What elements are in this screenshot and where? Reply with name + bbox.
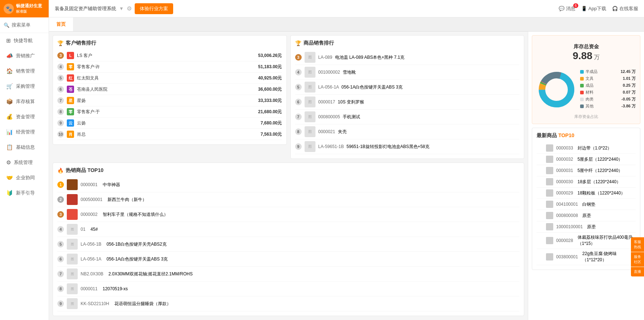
product-thumbnail: [546, 237, 553, 244]
list-item: 6 004100001 白钢垫: [537, 199, 636, 210]
list-item: 5 0000029 18颗粒板（1220*2440）: [537, 188, 636, 199]
product-thumbnail: [546, 201, 553, 208]
rank-item: 8 图 0000021 夹壳: [295, 124, 520, 139]
latest-products-title: 最新商品 TOP10: [537, 132, 636, 139]
logo-badge: 标准版: [16, 9, 42, 14]
search-menu-label: 搜索菜单: [12, 22, 30, 28]
rank-item: 4 零 零售客户·许 51,183.00元: [57, 61, 282, 73]
rank-number: 9: [295, 143, 302, 150]
product-info: LA-089 电池盖 LA-089 ABS本色+黑种 7.1克: [318, 54, 520, 61]
sidebar-item-system[interactable]: ⚙ 系统管理: [0, 155, 49, 170]
inventory-title: 库存总资金: [574, 44, 599, 49]
product-name: 5厘多层（1220*2440）: [578, 156, 623, 163]
product-info: LA-59651-1B 59651-1B旋转投影灯电池盒ABS黑色+58克: [318, 144, 520, 150]
list-item: 3 0000002 智利车子里（规格不知道填什么）: [57, 207, 519, 222]
product-sale-rank-col: 🏆 商品销售排行 3 图 LA-089 电池盖 LA-089 ABS本色+黑种 …: [290, 35, 525, 163]
list-item: 4 0000030 18多层（1220*2440）: [537, 176, 636, 188]
rank-number: 8: [57, 108, 64, 115]
sidebar-label-quick-nav: 快捷导航: [14, 37, 33, 44]
product-thumbnail: [67, 209, 78, 220]
customer-badge: 零: [67, 108, 74, 115]
sidebar-label-company: 企业协同: [16, 175, 35, 181]
app-download-button[interactable]: 📱 App下载: [581, 5, 606, 12]
product-sale-rank-title-text: 商品销售排行: [303, 40, 334, 46]
product-info: LA-056-1A 056-1A白色按键开关盖ABS 3克: [318, 84, 520, 90]
list-item: 2 0000032 5厘多层（1220*2440）: [537, 154, 636, 165]
product-name: 原垄: [582, 213, 591, 219]
try-industry-button[interactable]: 体验行业方案: [135, 3, 173, 14]
latest-products-card: 最新商品 TOP10 1 0000033 封边带（1.0*22） 2 00000…: [532, 128, 640, 270]
sidebar-item-marketing[interactable]: 📣 营销推广: [0, 48, 49, 63]
operation-icon: 📊: [6, 129, 13, 135]
sidebar-label-sales: 销售管理: [16, 68, 35, 74]
company-icon: 🤝: [6, 175, 13, 181]
product-name: 体裁荔枝味苏打饮品400毫升（1*15）: [578, 234, 636, 247]
customer-value: 51,183.00元: [258, 64, 282, 70]
inventory-unit: 万: [594, 54, 600, 60]
online-service-button[interactable]: 🎧 在线客服: [612, 5, 638, 12]
legend-item: 材料 0.07 万: [580, 90, 636, 95]
customer-service-button[interactable]: 客服热线: [631, 237, 644, 252]
rank-number: 4: [57, 63, 64, 70]
product-thumbnail: 图: [305, 97, 315, 107]
rank-number: 4: [537, 179, 543, 185]
hot-products-title-text: 热销商品 TOP10: [66, 167, 103, 174]
sidebar-item-guide[interactable]: 🔰 新手引导: [0, 185, 49, 201]
product-thumbnail: 图: [67, 298, 78, 309]
product-sale-rank-card: 🏆 商品销售排行 3 图 LA-089 电池盖 LA-089 ABS本色+黑种 …: [290, 35, 525, 159]
sidebar-item-basic[interactable]: 📋 基础信息: [0, 140, 49, 155]
purchase-icon: 🛒: [6, 83, 13, 90]
rank-item: 7 图 000800005 手机测试: [295, 110, 520, 124]
rank-number: 1: [537, 145, 543, 151]
product-thumbnail: 图: [67, 268, 78, 279]
rank-item: 3 L LS 客户 53,006.26元: [57, 50, 282, 61]
sidebar-label-basic: 基础信息: [16, 144, 35, 151]
product-thumbnail: [546, 223, 553, 230]
sidebar-label-marketing: 营销推广: [16, 53, 35, 59]
rank-number: 9: [57, 120, 64, 126]
search-menu-button[interactable]: 🔍 搜索菜单: [4, 20, 45, 30]
live-button[interactable]: 直播: [631, 267, 644, 276]
legend-dot: [580, 104, 584, 108]
product-name: 22g鱼豆腐·烧烤味（1*12*20）: [582, 251, 636, 263]
sidebar-item-operation[interactable]: 📊 经营管理: [0, 124, 49, 140]
dropdown-arrow-icon[interactable]: ▼: [119, 6, 124, 11]
sidebar-item-sales[interactable]: 🏠 销售管理: [0, 63, 49, 79]
list-item: 2 000500001 新西兰牛肉（新牛）: [57, 192, 519, 207]
settings-icon[interactable]: ⚙: [127, 5, 132, 12]
phone-icon: 📱: [581, 6, 587, 11]
product-name: 12070519-xs: [103, 286, 128, 291]
list-item: 9 图 KK-SD22110H 花语萌恒温分腿睡袋（厚款）: [57, 296, 519, 311]
rank-item: 3 图 LA-089 电池盖 LA-089 ABS本色+黑种 7.1克: [295, 50, 520, 65]
latest-title-text: 最新商品 TOP10: [537, 132, 574, 139]
rank-number: 7: [295, 114, 302, 120]
sidebar-item-inventory[interactable]: 📦 库存核算: [0, 94, 49, 109]
tab-home[interactable]: 首页: [49, 17, 73, 31]
rank-number: 5: [57, 75, 64, 81]
inventory-total: 库存总资金 9.88 万: [537, 40, 636, 65]
product-thumbnail: [546, 144, 553, 152]
product-info: 001000002 雪地靴: [318, 69, 520, 75]
trophy-icon: 🏆: [57, 40, 64, 46]
legend-dot: [580, 98, 584, 101]
product-name: 原垄: [587, 224, 596, 230]
sidebar-item-quick-nav[interactable]: ⊞ 快捷导航: [0, 33, 49, 48]
sidebar-search-area[interactable]: 🔍 搜索菜单: [0, 17, 49, 33]
product-sale-rank-title: 🏆 商品销售排行: [295, 40, 520, 46]
rank-item: 9 云 云扬 7,680.00元: [57, 118, 282, 129]
customer-rank-title: 🏆 客户销售排行: [57, 40, 282, 46]
legend-dot: [580, 70, 584, 74]
sidebar-item-purchase[interactable]: 🛒 采购管理: [0, 79, 49, 94]
message-button[interactable]: 💬 消息 6: [559, 5, 575, 12]
sidebar-item-finance[interactable]: 💰 资金管理: [0, 109, 49, 124]
legend-dot: [580, 77, 584, 81]
rank-number: 5: [295, 84, 302, 90]
service-community-button[interactable]: 服务社区: [631, 252, 644, 267]
rank-item: 8 零 零售客户·于 21,680.00元: [57, 106, 282, 118]
customer-badge: L: [67, 52, 74, 59]
sidebar-item-company[interactable]: 🤝 企业协同: [0, 170, 49, 185]
rank-number: 7: [57, 97, 64, 104]
list-item: 7 图 NB2.0X30B 2.0X30MM双摇花轴;摇花直径2.1MM/ROH…: [57, 267, 519, 282]
rank-item: 9 图 LA-59651-1B 59651-1B旋转投影灯电池盒ABS黑色+58…: [295, 139, 520, 154]
topbar-right: 💬 消息 6 📱 App下载 🎧 在线客服: [559, 5, 638, 12]
